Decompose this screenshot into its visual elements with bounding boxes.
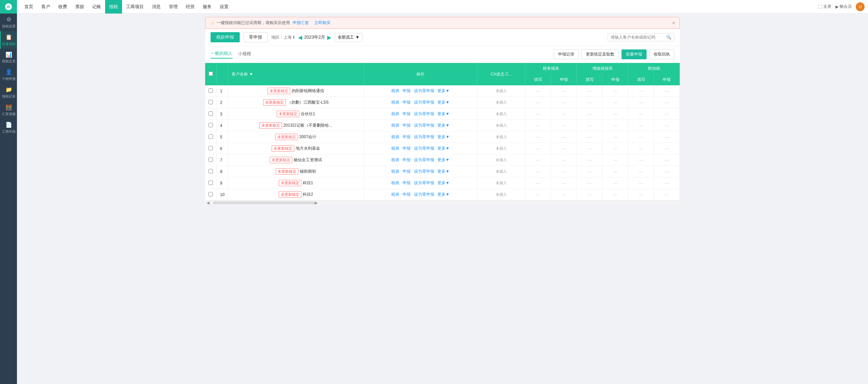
op-tax-form[interactable]: 税表	[391, 192, 399, 197]
op-tax-form[interactable]: 税表	[391, 134, 399, 139]
op-zero-report[interactable]: 设为零申报	[414, 88, 434, 93]
op-tax-form[interactable]: 税表	[391, 157, 399, 162]
status-badge: 未更新核定	[259, 122, 282, 129]
scroll-left-icon[interactable]: ◀	[206, 200, 210, 205]
op-report[interactable]: 申报	[402, 157, 411, 162]
op-zero-report[interactable]: 设为零申报	[414, 169, 434, 174]
op-zero-report[interactable]: 设为零申报	[414, 192, 434, 197]
row-fin-rep: —	[551, 120, 577, 131]
prev-date-button[interactable]: ◀	[298, 34, 302, 41]
row-checkbox[interactable]	[209, 169, 213, 173]
select-all-checkbox[interactable]	[209, 71, 213, 76]
op-zero-report[interactable]: 设为零申报	[414, 146, 434, 151]
op-report[interactable]: 申报	[402, 146, 411, 151]
row-checkbox[interactable]	[209, 192, 213, 196]
nav-accounting[interactable]: 记账	[88, 0, 105, 14]
row-checkbox[interactable]	[209, 134, 213, 139]
row-checkbox[interactable]	[209, 111, 213, 116]
op-zero-report[interactable]: 设为零申报	[414, 134, 434, 139]
horizontal-scrollbar[interactable]	[213, 201, 315, 204]
op-more[interactable]: 更多▼	[437, 111, 450, 116]
sidebar-item-batch-tax[interactable]: 📋 批量报税	[0, 31, 17, 49]
op-zero-report[interactable]: 设为零申报	[414, 100, 434, 105]
op-more[interactable]: 更多▼	[437, 192, 450, 197]
fullscreen-button[interactable]: ⛶ 全屏	[818, 4, 831, 9]
nav-home[interactable]: 首页	[20, 0, 37, 14]
sidebar-item-tax-settings[interactable]: ⚙ 报税设置	[0, 14, 17, 31]
op-zero-report[interactable]: 设为零申报	[414, 157, 434, 162]
row-checkbox[interactable]	[209, 146, 213, 150]
tab-small-scale[interactable]: 小规模	[238, 51, 251, 58]
nav-manage[interactable]: 管理	[165, 0, 182, 14]
op-more[interactable]: 更多▼	[437, 88, 450, 93]
row-checkbox[interactable]	[209, 100, 213, 104]
nav-customer[interactable]: 客户	[37, 0, 54, 14]
row-checkbox[interactable]	[209, 123, 213, 127]
row-num: 1	[217, 85, 228, 97]
op-tax-form[interactable]: 税表	[391, 88, 399, 93]
op-tax-form[interactable]: 税表	[391, 180, 399, 185]
op-more[interactable]: 更多▼	[437, 146, 450, 151]
op-tax-form[interactable]: 税表	[391, 123, 399, 128]
op-zero-report[interactable]: 设为零申报	[414, 123, 434, 128]
op-zero-report[interactable]: 设为零申报	[414, 180, 434, 185]
sidebar-item-industry-report[interactable]: 📄 工商年报	[0, 119, 17, 136]
search-input[interactable]	[611, 35, 665, 40]
nav-service[interactable]: 服务	[199, 0, 216, 14]
sort-icon[interactable]: ▼	[249, 72, 253, 77]
table-row: 1 未更新核定勿削新锐网络通信 税表 申报 设为零申报 更多▼ 未插入 — — …	[205, 85, 680, 97]
op-more[interactable]: 更多▼	[437, 100, 450, 105]
nav-message[interactable]: 消息	[148, 0, 165, 14]
row-add-fill: —	[628, 189, 654, 200]
sidebar-item-tax-records[interactable]: 📁 报税记录	[0, 84, 17, 101]
op-more[interactable]: 更多▼	[437, 180, 450, 185]
op-more[interactable]: 更多▼	[437, 157, 450, 162]
row-fin-fill: —	[525, 97, 551, 108]
op-more[interactable]: 更多▼	[437, 169, 450, 174]
main-content: 首页 客户 收费 票据 记账 报税 工商项目 消息 管理 经营 服务 设置 ⛶ …	[17, 0, 868, 384]
op-report[interactable]: 申报	[402, 88, 411, 93]
op-report[interactable]: 申报	[402, 100, 411, 105]
dept-select[interactable]: 全部员工 ▼	[335, 33, 362, 42]
batch-report-button[interactable]: 批量申报	[622, 49, 647, 59]
update-quota-button[interactable]: 更新统定及取数	[581, 49, 619, 59]
sidebar-item-personal-tax[interactable]: 👤 个税申报	[0, 66, 17, 84]
op-tax-form[interactable]: 税表	[391, 169, 399, 174]
op-tax-form[interactable]: 税表	[391, 146, 399, 151]
scroll-right-icon[interactable]: ▶	[315, 200, 318, 205]
next-date-button[interactable]: ▶	[327, 34, 331, 41]
tax-report-tab[interactable]: 税款申报	[211, 32, 240, 42]
op-report[interactable]: 申报	[402, 134, 411, 139]
row-checkbox[interactable]	[209, 180, 213, 185]
op-report[interactable]: 申报	[402, 192, 411, 197]
nav-industry[interactable]: 工商项目	[122, 0, 148, 14]
sidebar-item-tax-overview[interactable]: 📊 报税总览	[0, 49, 17, 66]
status-badge: 未更新核定	[268, 88, 290, 94]
nav-operation[interactable]: 经营	[182, 0, 199, 14]
op-tax-form[interactable]: 税表	[391, 100, 399, 105]
op-zero-report[interactable]: 设为零申报	[414, 111, 434, 116]
row-checkbox[interactable]	[209, 157, 213, 162]
banner-link2[interactable]: 立即购买	[314, 20, 331, 26]
nav-invoice[interactable]: 票据	[71, 0, 88, 14]
op-report[interactable]: 申报	[402, 111, 411, 116]
banner-link1[interactable]: 申报汇签	[293, 20, 309, 26]
op-tax-form[interactable]: 税表	[391, 111, 399, 116]
close-icon[interactable]: ✕	[672, 21, 675, 25]
op-report[interactable]: 申报	[402, 169, 411, 174]
op-more[interactable]: 更多▼	[437, 134, 450, 139]
op-more[interactable]: 更多▼	[437, 123, 450, 128]
nav-billing[interactable]: 收费	[54, 0, 71, 14]
row-checkbox[interactable]	[209, 88, 213, 93]
tab-general-taxpayer[interactable]: 一般的税人	[211, 50, 233, 59]
zero-report-tab[interactable]: 零申报	[243, 32, 268, 42]
op-report[interactable]: 申报	[402, 180, 411, 185]
report-records-button[interactable]: 申报记录	[554, 49, 579, 59]
sidebar-item-calc-clear[interactable]: 🧮 汇算清缴	[0, 101, 17, 119]
row-checkbox-cell	[205, 131, 217, 143]
upgrade-button[interactable]: ▶ 畅会员	[835, 4, 852, 9]
op-report[interactable]: 申报	[402, 123, 411, 128]
withdraw-button[interactable]: 收取回执	[649, 49, 674, 59]
nav-tax[interactable]: 报税	[105, 0, 122, 14]
nav-settings[interactable]: 设置	[216, 0, 233, 14]
